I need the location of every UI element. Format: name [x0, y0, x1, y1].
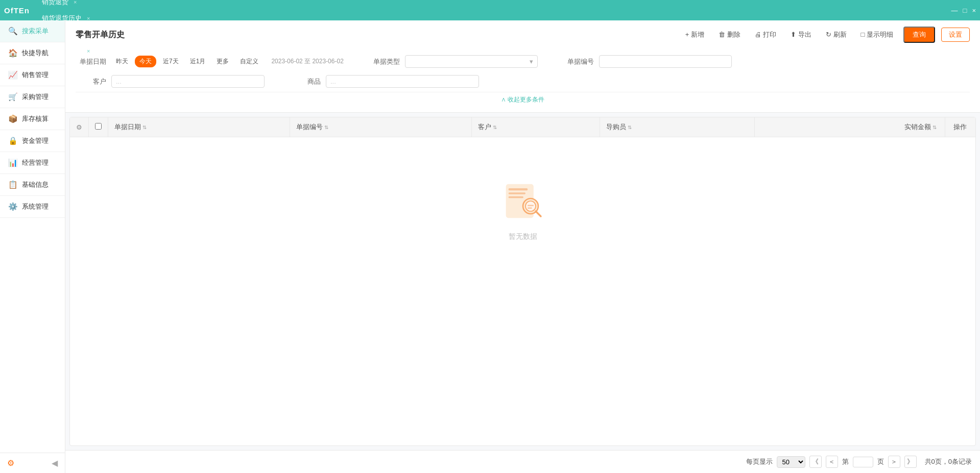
customer-placeholder: ... — [116, 78, 260, 85]
order-type-dropdown-icon: ▾ — [530, 58, 533, 65]
sidebar-label-6: 经营管理 — [22, 158, 49, 167]
date-shortcuts: 昨天今天近7天近1月更多自定义 — [111, 56, 263, 67]
prev-page-btn[interactable]: ＜ — [826, 456, 838, 468]
filter-area: 单据日期 昨天今天近7天近1月更多自定义 2023-06-02 至 2023-0… — [76, 48, 970, 112]
order-no-input[interactable] — [599, 55, 732, 68]
tab-close-icon[interactable]: × — [87, 48, 90, 54]
delete-button[interactable]: 🗑 删除 — [714, 28, 745, 41]
tab-close-icon[interactable]: × — [74, 32, 77, 38]
page-number-input[interactable]: 1 — [853, 457, 873, 467]
empty-state: 暂无数据 — [70, 137, 975, 282]
sidebar-label-2: 销售管理 — [22, 70, 49, 80]
sidebar-item-0[interactable]: 🔍搜索采单 — [0, 20, 65, 42]
sidebar-item-7[interactable]: 📋基础信息 — [0, 174, 65, 196]
total-label: 共0页，0条记录 — [925, 457, 972, 466]
per-page-select[interactable]: 50 10 20 100 — [777, 456, 805, 468]
col-op: 操作 — [945, 117, 975, 137]
select-all-checkbox[interactable] — [95, 123, 102, 130]
sidebar-item-6[interactable]: 📊经营管理 — [0, 152, 65, 174]
brand-logo: OfTEn — [4, 6, 30, 15]
date-label: 单据日期 — [76, 57, 106, 66]
order-type-select[interactable]: ▾ — [405, 55, 538, 68]
empty-text: 暂无数据 — [509, 232, 537, 241]
sidebar-icon-5: 🔒 — [8, 136, 18, 145]
date-shortcut-近7天[interactable]: 近7天 — [158, 56, 183, 67]
product-select[interactable]: ... — [326, 75, 479, 88]
date-shortcut-昨天[interactable]: 昨天 — [111, 56, 133, 67]
date-shortcut-自定义[interactable]: 自定义 — [235, 56, 263, 67]
sort-icon-date: ⇅ — [142, 125, 147, 130]
sort-icon-amount: ⇅ — [933, 125, 937, 130]
sidebar-item-4[interactable]: 📦库存核算 — [0, 108, 65, 130]
print-button[interactable]: 🖨 打印 — [751, 28, 781, 41]
col-op-label: 操作 — [953, 123, 967, 131]
window-controls: — □ × — [951, 7, 976, 14]
sidebar-icon-6: 📊 — [8, 158, 18, 167]
sort-icon-customer: ⇅ — [493, 125, 497, 130]
sidebar-label-7: 基础信息 — [22, 180, 49, 189]
order-no-label: 单据编号 — [563, 57, 594, 66]
close-btn[interactable]: × — [972, 7, 976, 14]
collapse-filter-bar[interactable]: ∧ 收起更多条件 — [76, 92, 970, 107]
first-page-btn[interactable]: 《 — [809, 456, 822, 468]
sidebar-item-8[interactable]: ⚙️系统管理 — [0, 196, 65, 218]
date-shortcut-近1月[interactable]: 近1月 — [185, 56, 210, 67]
date-shortcut-更多[interactable]: 更多 — [212, 56, 233, 67]
col-date-label: 单据日期 — [114, 122, 141, 132]
filter-row-1: 单据日期 昨天今天近7天近1月更多自定义 2023-06-02 至 2023-0… — [76, 53, 970, 70]
sort-icon-order-no: ⇅ — [324, 125, 328, 130]
content-area: 零售开单历史 + 新增 🗑 删除 🖨 打印 ⬆ 导出 ↻ 刷新 □ 显示明细 查… — [65, 20, 980, 473]
sidebar-icon-1: 🏠 — [8, 48, 18, 58]
export-button[interactable]: ⬆ 导出 — [786, 28, 816, 41]
display-detail-button[interactable]: □ 显示明细 — [857, 28, 897, 41]
col-date: 单据日期 ⇅ — [108, 117, 290, 137]
maximize-btn[interactable]: □ — [963, 7, 967, 14]
sidebar-bottom: ⚙ ◀ — [0, 453, 65, 473]
sort-amount[interactable]: 实销金额 ⇅ — [761, 122, 936, 132]
data-table: ⚙ 单据日期 ⇅ 单据编号 — [70, 117, 975, 137]
date-shortcut-今天[interactable]: 今天 — [135, 56, 156, 67]
sidebar-item-3[interactable]: 🛒采购管理 — [0, 86, 65, 108]
col-gear[interactable]: ⚙ — [70, 117, 89, 137]
add-button[interactable]: + 新增 — [681, 28, 708, 41]
collapse-sidebar-icon[interactable]: ◀ — [52, 458, 58, 468]
sidebar: 🔍搜索采单🏠快捷导航📈销售管理🛒采购管理📦库存核算🔒资金管理📊经营管理📋基础信息… — [0, 20, 65, 473]
sidebar-nav: 🔍搜索采单🏠快捷导航📈销售管理🛒采购管理📦库存核算🔒资金管理📊经营管理📋基础信息… — [0, 20, 65, 218]
svg-rect-3 — [508, 196, 523, 198]
sort-order-no[interactable]: 单据编号 ⇅ — [296, 122, 465, 132]
product-placeholder: ... — [330, 78, 474, 85]
sidebar-item-1[interactable]: 🏠快捷导航 — [0, 42, 65, 64]
next-page-btn[interactable]: ＞ — [888, 456, 900, 468]
nav-tab-销货退货[interactable]: 销货退货× — [35, 0, 97, 10]
col-checkbox[interactable] — [89, 117, 108, 137]
sort-salesperson[interactable]: 导购员 ⇅ — [606, 122, 748, 132]
customer-select[interactable]: ... — [111, 75, 265, 88]
page-title-row: 零售开单历史 + 新增 🗑 删除 🖨 打印 ⬆ 导出 ↻ 刷新 □ 显示明细 查… — [76, 27, 970, 43]
gear-icon[interactable]: ⚙ — [76, 123, 82, 131]
sidebar-item-2[interactable]: 📈销售管理 — [0, 64, 65, 86]
sort-icon-salesperson: ⇅ — [628, 125, 632, 130]
col-order-no-label: 单据编号 — [296, 122, 323, 132]
sidebar-item-5[interactable]: 🔒资金管理 — [0, 130, 65, 152]
order-type-label: 单据类型 — [369, 57, 400, 66]
sort-date[interactable]: 单据日期 ⇅ — [114, 122, 283, 132]
minimize-btn[interactable]: — — [951, 7, 958, 14]
sort-customer[interactable]: 客户 ⇅ — [478, 122, 593, 132]
sidebar-icon-8: ⚙️ — [8, 202, 18, 211]
query-button[interactable]: 查询 — [903, 27, 935, 43]
svg-rect-7 — [528, 205, 534, 207]
settings-button[interactable]: 设置 — [941, 28, 970, 42]
empty-illustration — [497, 178, 548, 224]
tab-close-icon[interactable]: × — [87, 15, 90, 21]
refresh-button[interactable]: ↻ 刷新 — [822, 28, 851, 41]
sidebar-icon-3: 🛒 — [8, 92, 18, 102]
svg-rect-1 — [508, 188, 527, 190]
sidebar-icon-0: 🔍 — [8, 27, 18, 36]
tab-close-icon[interactable]: × — [74, 0, 77, 5]
svg-rect-2 — [508, 192, 525, 194]
sidebar-label-1: 快捷导航 — [22, 48, 49, 58]
settings-icon[interactable]: ⚙ — [7, 458, 14, 468]
pagination: 每页显示 50 10 20 100 《 ＜ 第 1 页 ＞ 》 共0页，0条记录 — [65, 450, 980, 473]
sidebar-label-4: 库存核算 — [22, 114, 49, 123]
last-page-btn[interactable]: 》 — [904, 456, 917, 468]
